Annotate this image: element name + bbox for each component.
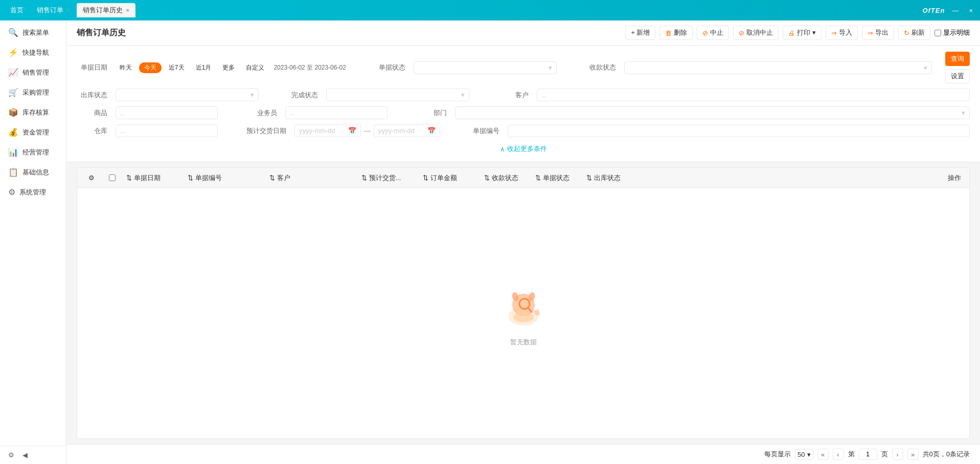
query-button[interactable]: 查询 (945, 52, 970, 66)
first-page-btn[interactable]: « (817, 449, 829, 460)
display-detail-checkbox[interactable] (935, 30, 941, 36)
tab-home[interactable]: 首页 (4, 3, 30, 17)
page-input[interactable] (859, 449, 877, 460)
cancel-stop-button[interactable]: ⊘ 取消中止 (733, 26, 779, 40)
th-payment[interactable]: ⇅ 收款状态 (480, 173, 531, 183)
sidebar-item-base-info[interactable]: 📋 基础信息 (0, 162, 66, 182)
th-out-status-label: ⇅ 出库状态 (586, 173, 621, 183)
export-button-label: 导出 (875, 28, 888, 37)
sidebar-item-purchase-mgmt[interactable]: 🛒 采购管理 (0, 82, 66, 102)
next-page-btn[interactable]: › (892, 449, 903, 460)
settings-filter-button[interactable]: 设置 (945, 69, 970, 83)
th-amount[interactable]: ⇅ 订单金额 (419, 173, 480, 183)
select-all-checkbox[interactable] (109, 174, 116, 181)
stop-icon: ⊘ (702, 29, 708, 37)
delivery-date-start[interactable]: yyyy-mm-dd 📅 (294, 124, 361, 137)
brand-name: OfTEn (922, 7, 945, 14)
th-order-status[interactable]: ⇅ 单据状态 (531, 173, 582, 183)
th-date[interactable]: ⇅ 单据日期 (122, 173, 184, 183)
date-btn-more[interactable]: 更多 (218, 62, 239, 73)
order-no-input[interactable] (508, 125, 970, 137)
product-input[interactable]: ... (116, 106, 218, 119)
tab-sales-order-history-close[interactable]: × (126, 7, 129, 13)
sidebar-item-operations-label: 经营管理 (22, 148, 49, 157)
tab-sales-order-history[interactable]: 销售订单历史 × (77, 3, 135, 17)
customer-input[interactable]: ... (537, 89, 970, 101)
customer-label: 客户 (498, 91, 529, 100)
last-page-btn[interactable]: » (907, 449, 919, 460)
date-btn-1month[interactable]: 近1月 (192, 62, 216, 73)
out-status-arrow: ▾ (250, 91, 254, 99)
sidebar-item-base-info-label: 基础信息 (22, 168, 49, 177)
page-size-select[interactable]: 50 ▾ (795, 449, 813, 460)
sidebar-item-search-menu[interactable]: 🔍 搜索菜单 (0, 23, 66, 42)
page-size-label: 每页显示 (764, 450, 791, 459)
sidebar-item-operations[interactable]: 📊 经营管理 (0, 142, 66, 162)
dept-label: 部门 (416, 108, 447, 118)
delete-button[interactable]: 🗑 删除 (659, 26, 693, 40)
th-delivery-label: ⇅ 预计交货... (361, 173, 401, 183)
sidebar-settings-icon[interactable]: ⚙ (8, 451, 14, 459)
product-placeholder: ... (120, 109, 126, 117)
th-settings[interactable]: ⚙ (81, 174, 102, 182)
tab-sales-order-close[interactable]: × (66, 7, 70, 13)
tab-sales-order[interactable]: 销售订单 × (31, 3, 76, 17)
print-button[interactable]: 🖨 打印 ▾ (783, 26, 822, 40)
dept-select[interactable]: ▾ (455, 106, 970, 119)
th-checkbox[interactable] (102, 174, 122, 181)
minimize-btn[interactable]: — (949, 7, 962, 14)
sidebar-item-sales-mgmt[interactable]: 📈 销售管理 (0, 62, 66, 82)
calendar-end-icon[interactable]: 📅 (427, 127, 436, 135)
inventory-icon: 📦 (8, 107, 18, 117)
complete-status-select[interactable]: ▾ (326, 89, 469, 101)
display-detail-checkbox-label[interactable]: 显示明细 (935, 28, 970, 37)
th-customer[interactable]: ⇅ 客户 (265, 173, 357, 183)
th-delivery[interactable]: ⇅ 预计交货... (357, 173, 419, 183)
th-date-label: ⇅ 单据日期 (126, 173, 161, 183)
date-btn-yesterday[interactable]: 昨天 (116, 62, 136, 73)
th-order-no[interactable]: ⇅ 单据编号 (184, 173, 265, 183)
content: 销售订单历史 + 新增 🗑 删除 ⊘ 中止 ⊘ 取消中止 🖨 打印 ▾ ⇒ (66, 20, 980, 464)
stop-button[interactable]: ⊘ 中止 (697, 26, 729, 40)
calendar-start-icon[interactable]: 📅 (348, 127, 356, 135)
warehouse-input[interactable]: ... (116, 124, 218, 137)
date-btn-today[interactable]: 今天 (139, 62, 162, 73)
page-size-value: 50 (797, 451, 805, 458)
sidebar-item-inventory[interactable]: 📦 库存核算 (0, 102, 66, 122)
filter-area: 单据日期 昨天 今天 近7天 近1月 更多 自定义 2023-06-02 至 2… (66, 46, 980, 162)
out-status-select[interactable]: ▾ (116, 89, 259, 101)
cancel-stop-icon: ⊘ (739, 29, 744, 37)
prev-page-btn[interactable]: ‹ (833, 449, 844, 460)
delivery-date-end[interactable]: yyyy-mm-dd 📅 (374, 124, 440, 137)
date-btn-custom[interactable]: 自定义 (242, 62, 268, 73)
collapse-row[interactable]: ∧ 收起更多条件 (77, 142, 970, 156)
payment-status-select[interactable]: ▾ (624, 61, 932, 74)
query-button-label: 查询 (951, 54, 964, 63)
refresh-button[interactable]: ↻ 刷新 (898, 26, 930, 40)
base-info-icon: 📋 (8, 167, 18, 177)
page-header: 销售订单历史 + 新增 🗑 删除 ⊘ 中止 ⊘ 取消中止 🖨 打印 ▾ ⇒ (66, 20, 980, 46)
sidebar-item-quick-nav[interactable]: ⚡ 快捷导航 (0, 42, 66, 62)
date-btn-7days[interactable]: 近7天 (165, 62, 189, 73)
delete-icon: 🗑 (665, 29, 672, 37)
customer-placeholder: ... (541, 91, 547, 99)
export-button[interactable]: ⇒ 导出 (862, 26, 894, 40)
salesperson-placeholder: ... (290, 109, 295, 117)
sidebar-item-purchase-mgmt-label: 采购管理 (22, 88, 49, 97)
sidebar-collapse-icon[interactable]: ◀ (22, 451, 28, 459)
empty-icon (498, 280, 549, 332)
operations-icon: 📊 (8, 147, 18, 157)
import-button[interactable]: ⇒ 导入 (826, 26, 858, 40)
next-page-icon: › (896, 451, 898, 458)
new-button-label: + 新增 (631, 28, 650, 37)
new-button[interactable]: + 新增 (625, 26, 655, 40)
salesperson-input[interactable]: ... (285, 106, 388, 119)
search-menu-icon: 🔍 (8, 28, 18, 37)
close-btn[interactable]: × (966, 7, 976, 14)
th-out-status[interactable]: ⇅ 出库状态 (582, 173, 633, 183)
order-status-select[interactable]: ▾ (414, 61, 557, 74)
delivery-date-end-placeholder: yyyy-mm-dd (378, 127, 415, 135)
sidebar-item-system[interactable]: ⚙ 系统管理 (0, 182, 66, 202)
prev-page-icon: ‹ (837, 451, 839, 458)
sidebar-item-finance[interactable]: 💰 资金管理 (0, 122, 66, 142)
